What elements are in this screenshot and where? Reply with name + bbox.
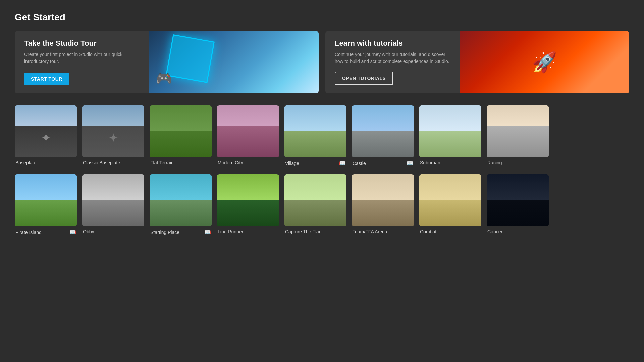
template-name-racing: Racing [487,157,549,167]
template-name-castle: Castle 📖 [352,157,414,168]
thumb-castle [352,105,414,157]
thumb-obby [82,174,144,226]
tutorials-desc: Continue your journey with our tutorials… [335,51,450,65]
thumb-combat [419,174,481,226]
template-name-concert: Concert [487,226,549,236]
template-name-combat: Combat [419,226,481,236]
template-name-flat-terrain: Flat Terrain [150,157,212,167]
open-tutorials-button[interactable]: OPEN TUTORIALS [335,72,393,85]
template-name-starting-place: Starting Place 📖 [150,226,212,237]
page-title: Get Started [15,12,629,23]
banners-section: Take the Studio Tour Create your first p… [15,31,629,93]
studio-tour-image [149,31,319,93]
templates-row-2: Pirate Island 📖 Obby Starting Place 📖 Li… [15,174,629,237]
template-name-baseplate: Baseplate [15,157,77,167]
tutorials-content: Learn with tutorials Continue your journ… [325,31,460,93]
template-village[interactable]: Village 📖 [284,105,346,168]
template-name-line-runner: Line Runner [217,226,279,236]
template-flat-terrain[interactable]: Flat Terrain [150,105,212,168]
main-container: Get Started Take the Studio Tour Create … [0,0,644,257]
template-name-modern-city: Modern City [217,157,279,167]
template-racing[interactable]: Racing [487,105,549,168]
template-concert[interactable]: Concert [487,174,549,237]
template-suburban[interactable]: Suburban [419,105,481,168]
template-obby[interactable]: Obby [82,174,144,237]
thumb-baseplate [15,105,77,157]
template-name-obby: Obby [82,226,144,236]
template-baseplate[interactable]: Baseplate [15,105,77,168]
thumb-starting-place [150,174,212,226]
book-icon-castle: 📖 [407,160,413,166]
thumb-line-runner [217,174,279,226]
template-name-team-ffa: Team/FFA Arena [352,226,414,236]
tutorials-image [460,31,629,93]
studio-tour-title: Take the Studio Tour [24,39,140,48]
template-name-capture-flag: Capture The Flag [284,226,346,236]
template-modern-city[interactable]: Modern City [217,105,279,168]
thumb-classic-baseplate [82,105,144,157]
thumb-flat-terrain [150,105,212,157]
template-line-runner[interactable]: Line Runner [217,174,279,237]
template-name-village: Village 📖 [284,157,346,168]
start-tour-button[interactable]: START TOUR [24,73,69,85]
template-name-suburban: Suburban [419,157,481,167]
thumb-concert [487,174,549,226]
book-icon-starting-place: 📖 [204,229,211,235]
thumb-pirate-island [15,174,77,226]
template-name-pirate-island: Pirate Island 📖 [15,226,77,237]
tutorials-title: Learn with tutorials [335,39,450,48]
tutorials-banner: Learn with tutorials Continue your journ… [325,31,629,93]
book-icon-village: 📖 [339,160,346,166]
template-team-ffa[interactable]: Team/FFA Arena [352,174,414,237]
thumb-village [284,105,346,157]
book-icon-pirate-island: 📖 [69,229,76,235]
thumb-racing [487,105,549,157]
template-pirate-island[interactable]: Pirate Island 📖 [15,174,77,237]
template-capture-flag[interactable]: Capture The Flag [284,174,346,237]
thumb-suburban [419,105,481,157]
template-starting-place[interactable]: Starting Place 📖 [150,174,212,237]
studio-tour-desc: Create your first project in Studio with… [24,51,140,65]
studio-tour-content: Take the Studio Tour Create your first p… [15,31,149,93]
template-classic-baseplate[interactable]: Classic Baseplate [82,105,144,168]
template-castle[interactable]: Castle 📖 [352,105,414,168]
thumb-capture-flag [284,174,346,226]
templates-row-1: Baseplate Classic Baseplate Flat Terrain… [15,105,629,168]
thumb-modern-city [217,105,279,157]
template-name-classic-baseplate: Classic Baseplate [82,157,144,167]
thumb-team-ffa [352,174,414,226]
studio-tour-banner: Take the Studio Tour Create your first p… [15,31,319,93]
template-combat[interactable]: Combat [419,174,481,237]
